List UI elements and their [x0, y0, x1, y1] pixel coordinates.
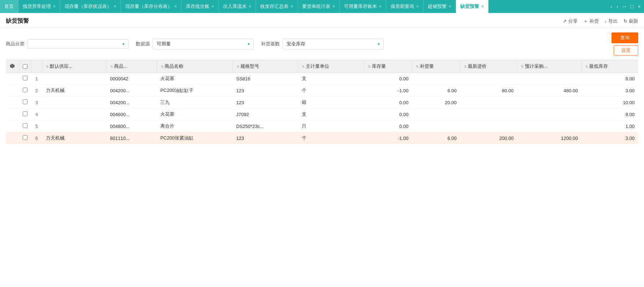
datasource-select[interactable]: 可用量 ▾: [153, 39, 254, 49]
datasource-label: 数据源: [136, 41, 150, 47]
share-button[interactable]: ↗ 分享: [563, 18, 578, 25]
tab-close-overstock[interactable]: ×: [449, 4, 451, 9]
row-checkbox[interactable]: [23, 135, 27, 140]
row-est-purchase: [517, 97, 582, 109]
header-actions: ↗ 分享 ＋ 补货 ↓ 导出 ↻ 刷新: [563, 18, 639, 25]
export-button[interactable]: ↓ 导出: [605, 18, 618, 25]
tab-close-batch[interactable]: ×: [212, 4, 214, 9]
row-code: 004200...: [106, 85, 157, 97]
row-checkbox[interactable]: [23, 123, 27, 128]
row-code: 801110...: [106, 132, 157, 144]
tab-home[interactable]: 首页: [0, 0, 18, 13]
tab-close-shortage[interactable]: ×: [481, 4, 484, 9]
query-button[interactable]: 查询: [612, 32, 638, 43]
sort-unit-icon[interactable]: ⇅: [302, 65, 305, 69]
row-code: 004600...: [106, 109, 157, 120]
tab-overstock[interactable]: 超储预警 ×: [423, 0, 456, 13]
col-name: ⇅ 商品名称: [157, 60, 232, 73]
sort-latest-price-icon[interactable]: ⇅: [464, 65, 467, 69]
tab-close-expire[interactable]: ×: [416, 4, 419, 9]
tab-close-stock-status[interactable]: ×: [114, 4, 116, 9]
table-body: 1 0000042 火花塞 SS816 支 0.00 8.00 2 力天机械 0…: [6, 73, 638, 144]
window-maximize[interactable]: □: [628, 3, 635, 10]
row-stock: -1.00: [364, 132, 412, 144]
table-row: 6 力天机械 801110... PC200张紧油缸 123 个 -1.00 6…: [6, 132, 638, 144]
tab-recv-total[interactable]: 收发存汇总表 ×: [256, 0, 298, 13]
settings-button[interactable]: 设置: [614, 45, 638, 56]
row-checkbox[interactable]: [23, 100, 27, 104]
row-name: 离合片: [157, 120, 232, 132]
row-checkbox-cell: [19, 73, 31, 85]
category-select[interactable]: ▾: [27, 39, 129, 49]
tab-exception[interactable]: 拣货异常处理 ×: [18, 0, 60, 13]
row-num-cell: 1: [31, 73, 42, 85]
table-row: 5 004800... 离合片 DS250*23c... 只 0.00 1.00: [6, 120, 638, 132]
col-gear: [6, 60, 19, 73]
col-min-stock: ⇅ 最低库存: [582, 60, 638, 73]
window-close[interactable]: ×: [636, 3, 643, 10]
row-est-purchase: 1200.00: [517, 132, 582, 144]
tab-expire[interactable]: 保质期查询 ×: [386, 0, 423, 13]
sort-code-icon[interactable]: ⇅: [110, 65, 113, 69]
row-latest-price: [460, 109, 517, 120]
tab-scroll-right[interactable]: ›: [615, 3, 620, 10]
sort-name-icon[interactable]: ⇅: [161, 65, 164, 69]
tab-available[interactable]: 可用量库存账本 ×: [340, 0, 386, 13]
replenish-select[interactable]: 安全库存 ▾: [283, 39, 384, 49]
replenish-label: 补货基数: [261, 41, 280, 47]
tab-close-stock-dist[interactable]: ×: [174, 4, 177, 9]
tab-demand[interactable]: 要货单统计表 ×: [298, 0, 340, 13]
row-stock: 0.00: [364, 109, 412, 120]
sort-est-purchase-icon[interactable]: ⇅: [521, 65, 524, 69]
table-wrapper: ⇅ 默认供应... ⇅ 商品... ⇅ 商品名称: [0, 60, 644, 144]
row-supplier: [42, 109, 106, 120]
row-num-cell: 3: [31, 97, 42, 109]
tab-scroll-left[interactable]: ‹: [609, 3, 614, 10]
row-checkbox[interactable]: [23, 111, 27, 116]
tab-inout[interactable]: 出入库流水 ×: [219, 0, 256, 13]
row-est-purchase: [517, 73, 582, 85]
row-code: 0000042: [106, 73, 157, 85]
row-checkbox-cell: [19, 109, 31, 120]
row-checkbox[interactable]: [23, 88, 27, 92]
main-content: 缺货预警 ↗ 分享 ＋ 补货 ↓ 导出 ↻ 刷新 商品分类: [0, 13, 644, 287]
sort-supplier-icon[interactable]: ⇅: [46, 65, 49, 69]
category-arrow-icon: ▾: [122, 41, 125, 47]
row-est-purchase: 480.00: [517, 85, 582, 97]
filter-right-buttons: 查询 设置: [612, 32, 638, 56]
tab-shortage[interactable]: 缺货预警 ×: [456, 0, 488, 13]
refresh-button[interactable]: ↻ 刷新: [623, 18, 638, 25]
table-header-row: ⇅ 默认供应... ⇅ 商品... ⇅ 商品名称: [6, 60, 638, 73]
tab-close-recv-total[interactable]: ×: [291, 4, 293, 9]
col-spec: ⇅ 规格型号: [232, 60, 298, 73]
sort-stock-icon[interactable]: ⇅: [368, 65, 371, 69]
row-est-purchase: [517, 120, 582, 132]
replenish-icon: ＋: [583, 18, 588, 25]
tab-batch[interactable]: 库存批次账 ×: [182, 0, 219, 13]
gear-icon[interactable]: [9, 63, 15, 69]
select-all-checkbox[interactable]: [23, 64, 27, 69]
row-checkbox[interactable]: [23, 76, 27, 80]
tab-close-inout[interactable]: ×: [249, 4, 251, 9]
window-minimize[interactable]: ─: [621, 3, 628, 10]
sort-min-stock-icon[interactable]: ⇅: [585, 65, 588, 69]
row-est-purchase: [517, 109, 582, 120]
row-replenish: 6.00: [412, 85, 460, 97]
sort-replenish-icon[interactable]: ⇅: [416, 65, 419, 69]
datasource-arrow-icon: ▾: [248, 41, 250, 47]
replenish-button[interactable]: ＋ 补货: [583, 18, 599, 25]
col-latest-price: ⇅ 最新进价: [460, 60, 517, 73]
page-title: 缺货预警: [6, 17, 29, 25]
sort-spec-icon[interactable]: ⇅: [236, 65, 239, 69]
share-icon: ↗: [563, 18, 567, 24]
tab-close-available[interactable]: ×: [379, 4, 382, 9]
row-checkbox-cell: [19, 120, 31, 132]
tab-close-demand[interactable]: ×: [332, 4, 335, 9]
tab-close-exception[interactable]: ×: [53, 4, 56, 9]
row-stock: -1.00: [364, 85, 412, 97]
row-unit: 个: [298, 132, 364, 144]
row-min-stock: 3.00: [582, 85, 638, 97]
row-stock: 0.00: [364, 97, 412, 109]
tab-stock-status[interactable]: 现存量（库存状况表） ×: [60, 0, 121, 13]
tab-stock-dist[interactable]: 现存量（库存分布表） ×: [121, 0, 182, 13]
